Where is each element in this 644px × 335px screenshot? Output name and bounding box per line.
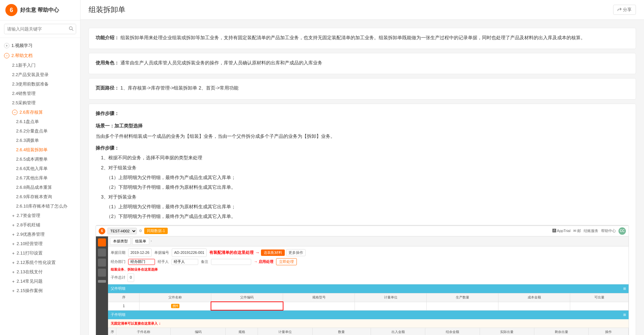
sidebar-item-coupon[interactable]: +2.9优惠券管理 bbox=[0, 230, 80, 239]
annotation-arrow-1: → bbox=[255, 248, 260, 257]
app-tab-list[interactable]: 组装单 bbox=[132, 238, 149, 245]
child-table-title: 子件明细 bbox=[111, 312, 125, 318]
type-select-row: 子件总计 0 bbox=[111, 273, 626, 282]
search-input[interactable] bbox=[4, 24, 66, 34]
sidebar-item-other-in[interactable]: 2.6.6其他入库单 bbox=[0, 164, 80, 173]
sidebar-item-other-out[interactable]: 2.6.7其他出库单 bbox=[0, 173, 80, 183]
sidebar-item-finance[interactable]: +2.7资金管理 bbox=[0, 211, 80, 220]
detail-count-label: 子件总计 bbox=[111, 274, 125, 281]
sidebar-item-stock-ledger[interactable]: 2.6.9库存账本查询 bbox=[0, 192, 80, 202]
select-material-btn[interactable]: 选装配材料 bbox=[261, 249, 285, 256]
arrow-icon: › bbox=[151, 238, 152, 244]
step2-sub2: （2）下部明细为子件明细，最终作为原材料生成其它出库单。 bbox=[106, 183, 629, 191]
app-logo: 6 bbox=[99, 228, 105, 234]
top-bar: 组装拆卸单 分享 bbox=[80, 0, 644, 20]
col-child-code: 编码 bbox=[171, 328, 226, 335]
sidebar-nav-icon-2 bbox=[98, 248, 106, 257]
app-main-area: 本据类型 组装单 › 单据日期 2019-12-26 单据编号 bbox=[108, 236, 629, 335]
expand-icon: + bbox=[12, 213, 15, 218]
sidebar-item-cost-adjust[interactable]: 2.6.5成本调整单 bbox=[0, 155, 80, 164]
search-button[interactable] bbox=[66, 24, 76, 34]
expand-icon: + bbox=[12, 288, 15, 293]
search-box bbox=[4, 24, 76, 34]
role-text: 使用角色： 通常由生产人员或库管人员完成拆装业务的操作，库管人员确认原材料的出库… bbox=[96, 59, 629, 67]
sidebar-item-purchase[interactable]: 2.5采购管理 bbox=[0, 98, 80, 108]
sidebar-item-newcomer[interactable]: 2.1新手入门 bbox=[0, 61, 80, 70]
expand-icon: + bbox=[12, 232, 15, 237]
date-label: 单据日期 bbox=[111, 249, 125, 256]
step3: 3、对于拆装业务 bbox=[101, 193, 629, 201]
col-child-spec: 规格 bbox=[226, 328, 258, 335]
sidebar-item-cost-recalc[interactable]: 2.6.8商品成本重算 bbox=[0, 183, 80, 192]
date-value: 2019-12-26 bbox=[128, 248, 152, 257]
company-selector[interactable]: TEST-H002 bbox=[107, 228, 137, 234]
sidebar-item-operations[interactable]: +2.10经营管理 bbox=[0, 239, 80, 248]
sidebar-item-assembly[interactable]: 2.6.4组装拆卸单 bbox=[0, 145, 80, 155]
sidebar-item-sales[interactable]: 2.4销售管理 bbox=[0, 89, 80, 98]
sidebar-item-install[interactable]: 2.2产品安装及登录 bbox=[0, 70, 80, 79]
app-tab-new[interactable]: 本据类型 bbox=[110, 238, 131, 245]
sidebar-nav-icon-1 bbox=[98, 238, 106, 246]
dept-label: 经办部门 bbox=[111, 259, 125, 265]
col-in-amt: 出入金额 bbox=[371, 328, 425, 335]
sidebar-item-customize[interactable]: +2.12系统个性化设置 bbox=[0, 258, 80, 267]
main-content: 组装拆卸单 分享 功能介绍： 组装拆卸单用来处理企业组装或拆卸等加工业务，支持有… bbox=[80, 0, 644, 335]
sidebar-item-payment[interactable]: +2.13在线支付 bbox=[0, 267, 80, 277]
app-trial-icon: 🅰 AppTrial bbox=[552, 228, 571, 234]
parent-table-section: 父件明细 ⊞ 序 父件名称 父件编码 bbox=[108, 284, 629, 311]
sidebar-item-faq[interactable]: +2.14常见问题 bbox=[0, 277, 80, 286]
sidebar-nav-icon-4 bbox=[98, 269, 106, 277]
parent-table-title: 父件明细 bbox=[111, 285, 125, 292]
cell-name: 类H bbox=[139, 302, 211, 310]
sidebar-item-transfer[interactable]: 2.6.3调拨单 bbox=[0, 136, 80, 145]
handler-input[interactable] bbox=[171, 259, 198, 265]
sidebar-item-docs[interactable]: − 2.帮助文档 bbox=[0, 51, 80, 61]
app-logo-icon: 6 bbox=[5, 4, 17, 16]
form-row-2: 经办部门 经手人 备注 → 启用处理 立即处理 bbox=[111, 258, 626, 265]
app-topbar: 6 TEST-H002 ⚙ 同期数据-1 🅰 AppTrial ✉ 邮 结 bbox=[96, 226, 629, 236]
email-icon: ✉ 邮 bbox=[573, 228, 581, 234]
cell-unit bbox=[355, 302, 427, 310]
nav-tree: + 1.视频学习 − 2.帮助文档 2.1新手入门 2.2产品安装及登录 2.3… bbox=[0, 38, 80, 335]
sidebar-item-partial-stocktake[interactable]: 2.6.2分量盘点单 bbox=[0, 126, 80, 136]
gear-icon: ⚙ bbox=[139, 228, 142, 234]
order-value: AD-20191226-001 bbox=[172, 248, 207, 257]
step3-sub1: （1）上部明细为父件明细，最终作为原材料生成其它出库单； bbox=[106, 203, 629, 211]
logo-area: 6 好生意 帮助中心 bbox=[0, 0, 80, 20]
sidebar: 6 好生意 帮助中心 + 1.视频学习 − 2.帮助文档 2.1新手入门 2.2… bbox=[0, 0, 80, 335]
annotation-2-text: → 启用处理 bbox=[254, 259, 273, 265]
sidebar-item-mobile[interactable]: +2.8手机旺铺 bbox=[0, 220, 80, 230]
sidebar-item-print[interactable]: +2.11打印设置 bbox=[0, 248, 80, 258]
app-topbar-left: 6 TEST-H002 ⚙ 同期数据-1 bbox=[99, 228, 168, 234]
step3-sub2: （2）下部明细为子件明细，最终作为产成品生成其它入库单。 bbox=[106, 212, 629, 221]
sidebar-item-video[interactable]: + 1.视频学习 bbox=[0, 41, 80, 51]
col-seq: 序 bbox=[108, 293, 140, 302]
remark-input[interactable] bbox=[211, 259, 251, 265]
name-tag: 类H bbox=[171, 304, 179, 308]
sidebar-item-inventory[interactable]: − 2.6库存核算 bbox=[0, 108, 80, 117]
annotation-3-container: 组装业务、拆卸业务在这里选择 子件总计 0 bbox=[111, 267, 626, 282]
page-title: 组装拆卸单 bbox=[89, 5, 125, 15]
dept-input[interactable] bbox=[128, 259, 155, 265]
enable-btn[interactable]: 立即处理 bbox=[276, 258, 297, 265]
arrow-down-icon: ↓ bbox=[159, 321, 161, 326]
col-child-unit: 计量单位 bbox=[258, 328, 312, 335]
sidebar-item-ledger-fix[interactable]: 2.6.10库存账本错了怎么办 bbox=[0, 202, 80, 211]
more-ops-btn[interactable]: 更多操作 bbox=[286, 249, 306, 256]
annotation-5-container: 无固定清单可以直接在这里录入 ↓ bbox=[108, 319, 629, 328]
parent-table-head: 序 父件名称 父件编码 规格型号 计量单位 生产数量 成本金额 bbox=[108, 293, 629, 302]
sidebar-item-stocktake[interactable]: 2.6.1盘点单 bbox=[0, 117, 80, 126]
checkout-service: 结账服务 bbox=[584, 228, 598, 234]
share-button[interactable]: 分享 bbox=[613, 5, 636, 15]
period-data-button[interactable]: 同期数据-1 bbox=[144, 228, 168, 234]
annotation-5-text: 无固定清单可以直接在这里录入 bbox=[111, 322, 158, 325]
sidebar-item-cases[interactable]: +2.15操作案例 bbox=[0, 286, 80, 295]
sidebar-item-prepare[interactable]: 2.3使用前数据准备 bbox=[0, 79, 80, 89]
sidebar-nav-icon-5 bbox=[98, 280, 106, 283]
operations-card: 操作步骤： 场景一：加工类型选择 当由多个子件材料组装成一个成品的业务为【组装】… bbox=[89, 104, 636, 335]
help-center: 帮助中心 bbox=[601, 228, 616, 234]
col-avail: 可出量 bbox=[570, 293, 629, 302]
screenshot-container: 6 TEST-H002 ⚙ 同期数据-1 🅰 AppTrial ✉ 邮 结 bbox=[96, 225, 629, 335]
col-seq: 序 bbox=[108, 328, 116, 335]
intro-text: 功能介绍： 组装拆卸单用来处理企业组装或拆卸等加工业务，支持有固定装配清单的产品… bbox=[96, 34, 629, 42]
